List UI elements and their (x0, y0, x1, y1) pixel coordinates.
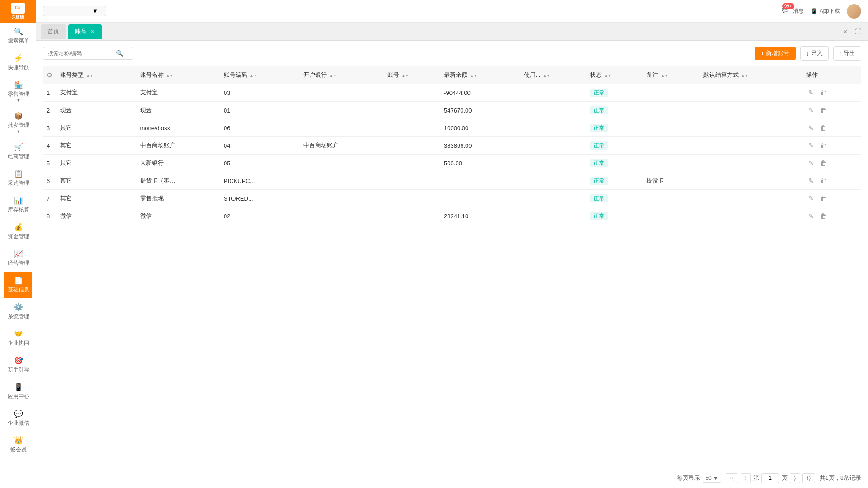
col-account-sort[interactable]: ▲▼ (402, 74, 409, 78)
edit-btn-2[interactable]: ✎ (806, 123, 816, 132)
cell-status-6: 正常 (586, 190, 643, 207)
ecommerce-mgmt-label: 电商管理 (8, 153, 29, 160)
col-account[interactable]: 账号 ▲▼ (384, 66, 440, 84)
cell-status-7: 正常 (586, 207, 643, 225)
cell-name-6: 零售抵现 (137, 190, 220, 207)
app-download-btn[interactable]: 📱 App下载 (811, 7, 840, 15)
tab-fullscreen-btn[interactable]: ⛶ (853, 27, 863, 36)
sidebar-item-search-menu[interactable]: 🔍 搜索菜单 (4, 23, 32, 49)
page-prev-btn[interactable]: ⟨ (741, 473, 751, 483)
cell-name-0: 支付宝 (137, 84, 220, 102)
cell-balance-1: 547670.00 (440, 102, 520, 119)
user-avatar[interactable] (847, 4, 861, 19)
sidebar-item-operation-mgmt[interactable]: 📈 经营管理 (4, 245, 32, 272)
col-name-sort[interactable]: ▲▼ (166, 74, 173, 78)
col-usage-sort[interactable]: ▲▼ (543, 74, 550, 78)
sidebar-item-quick-nav[interactable]: ⚡ 快捷导航 (4, 49, 32, 76)
app-logo: Ea 乐版版 (0, 0, 36, 23)
sidebar-item-enterprise-wechat[interactable]: 💬 企业微信 (4, 405, 32, 432)
col-remark-sort[interactable]: ▲▼ (661, 74, 668, 78)
delete-btn-7[interactable]: 🗑 (818, 211, 829, 221)
delete-btn-3[interactable]: 🗑 (818, 141, 829, 150)
col-usage[interactable]: 使用... ▲▼ (520, 66, 587, 84)
delete-btn-2[interactable]: 🗑 (818, 123, 829, 132)
edit-btn-6[interactable]: ✎ (806, 194, 816, 203)
sidebar-item-retail-mgmt[interactable]: 🏪 零售管理 ▼ (4, 76, 32, 107)
delete-btn-0[interactable]: 🗑 (818, 88, 829, 97)
sidebar-item-app-center[interactable]: 📱 应用中心 (4, 378, 32, 405)
status-badge-5: 正常 (590, 177, 608, 185)
col-settings[interactable]: ⚙ (43, 66, 57, 84)
newbie-guide-icon: 🎯 (14, 356, 23, 365)
cell-index-1: 2 (43, 102, 57, 119)
tab-close-btn[interactable]: ✕ (840, 27, 850, 36)
export-button[interactable]: ↑ 导出 (833, 46, 862, 61)
sidebar-item-inventory[interactable]: 📊 库存核算 (4, 192, 32, 218)
topbar-search-input[interactable] (47, 8, 92, 14)
sidebar-item-system-mgmt[interactable]: ⚙️ 系统管理 (4, 298, 32, 325)
sidebar-item-ecommerce-mgmt[interactable]: 🛒 电商管理 (4, 138, 32, 165)
wholesale-mgmt-icon: 📦 (14, 112, 23, 120)
delete-btn-4[interactable]: 🗑 (818, 159, 829, 168)
col-code[interactable]: 账号编码 ▲▼ (220, 66, 300, 84)
sidebar-item-wholesale-mgmt[interactable]: 📦 批发管理 ▼ (4, 107, 32, 138)
col-settlement[interactable]: 默认结算方式 ▲▼ (700, 66, 803, 84)
col-status[interactable]: 状态 ▲▼ (586, 66, 643, 84)
import-icon: ↓ (806, 50, 809, 57)
app-download-label: App下载 (820, 7, 840, 15)
col-balance-sort[interactable]: ▲▼ (470, 74, 477, 78)
account-search-icon[interactable]: 🔍 (116, 50, 123, 57)
add-account-button[interactable]: + 新增账号 (755, 47, 796, 60)
col-type[interactable]: 账号类型 ▲▼ (57, 66, 137, 84)
col-remark[interactable]: 备注 ▲▼ (643, 66, 699, 84)
sidebar-item-purchase-mgmt[interactable]: 📋 采购管理 (4, 165, 32, 192)
cell-index-3: 4 (43, 137, 57, 155)
tab-home[interactable]: 首页 (41, 24, 66, 39)
col-code-sort[interactable]: ▲▼ (250, 74, 257, 78)
col-balance[interactable]: 最新余额 ▲▼ (440, 66, 520, 84)
enterprise-agreement-label: 企业协同 (8, 339, 29, 347)
account-search-input[interactable] (48, 50, 116, 56)
edit-btn-0[interactable]: ✎ (806, 88, 816, 97)
table-row: 7 其它 零售抵现 STORED... 正常 ✎ 🗑 (43, 190, 861, 207)
cell-bank-2 (300, 119, 383, 137)
delete-btn-5[interactable]: 🗑 (818, 176, 829, 185)
edit-btn-5[interactable]: ✎ (806, 176, 816, 185)
tab-account-close[interactable]: ✕ (90, 28, 95, 35)
col-name[interactable]: 账号名称 ▲▼ (137, 66, 220, 84)
delete-btn-6[interactable]: 🗑 (818, 194, 829, 203)
sidebar-item-newbie-guide[interactable]: 🎯 新手引导 (4, 352, 32, 378)
notification-btn[interactable]: 💬 99+ 消息 (782, 7, 804, 16)
cell-index-4: 5 (43, 155, 57, 172)
table-row: 8 微信 微信 02 28241.10 正常 ✎ 🗑 (43, 207, 861, 225)
sidebar-item-vip-member[interactable]: 👑 畅会员 (4, 432, 32, 458)
account-search-box[interactable]: 🔍 (43, 47, 133, 60)
col-status-sort[interactable]: ▲▼ (604, 74, 612, 78)
cell-account-2 (384, 119, 440, 137)
cell-index-5: 6 (43, 172, 57, 190)
page-first-btn[interactable]: ⟨⟨ (726, 473, 738, 483)
sidebar-item-basic-info[interactable]: 📄 基础信息 (4, 272, 32, 298)
page-last-btn[interactable]: ⟩⟩ (802, 473, 815, 483)
edit-btn-7[interactable]: ✎ (806, 211, 816, 221)
col-account-label: 账号 (387, 71, 399, 78)
cell-usage-2 (520, 119, 587, 137)
topbar-search-box[interactable]: ▼ (43, 6, 106, 16)
col-bank-sort[interactable]: ▲▼ (330, 74, 337, 78)
page-number-input[interactable] (761, 473, 779, 483)
tab-account[interactable]: 账号 ✕ (68, 24, 102, 39)
col-type-sort[interactable]: ▲▼ (86, 74, 94, 78)
import-button[interactable]: ↓ 导入 (800, 46, 829, 61)
edit-btn-3[interactable]: ✎ (806, 141, 816, 150)
edit-btn-4[interactable]: ✎ (806, 159, 816, 168)
delete-btn-1[interactable]: 🗑 (818, 106, 829, 115)
settings-icon[interactable]: ⚙ (47, 71, 52, 79)
col-bank[interactable]: 开户银行 ▲▼ (300, 66, 383, 84)
per-page-select[interactable]: 50 ▼ (703, 474, 721, 483)
sidebar-item-capital-mgmt[interactable]: 💰 资金管理 (4, 218, 32, 245)
edit-btn-1[interactable]: ✎ (806, 106, 816, 115)
system-mgmt-icon: ⚙️ (14, 303, 23, 311)
page-next-btn[interactable]: ⟩ (790, 473, 800, 483)
sidebar-item-enterprise-agreement[interactable]: 🤝 企业协同 (4, 325, 32, 352)
col-settlement-sort[interactable]: ▲▼ (741, 74, 748, 78)
